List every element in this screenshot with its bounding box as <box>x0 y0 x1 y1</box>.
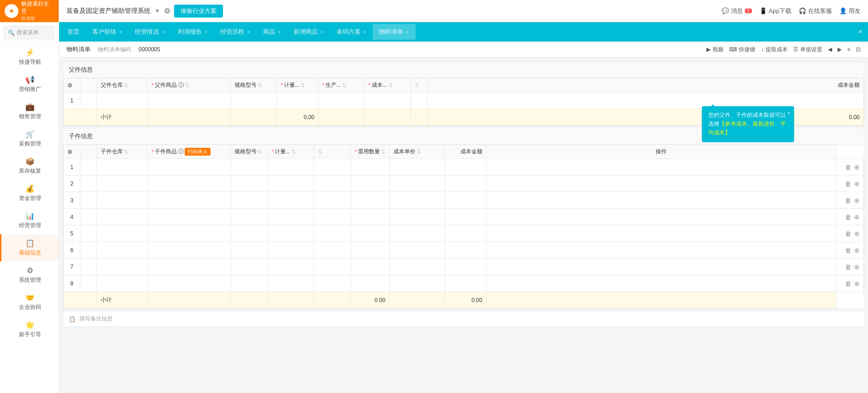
app-label: App下载 <box>769 7 791 15</box>
inventory-icon: 📦 <box>25 157 35 166</box>
child-section: 子件信息 ⚙ <box>63 128 864 309</box>
tab-new-goods[interactable]: 新增商品 × <box>287 24 330 40</box>
scan-badge[interactable]: 扫码录入 <box>185 148 211 156</box>
parent-col-unit: *计量...⇅ <box>277 79 319 92</box>
sidebar-item-sales[interactable]: 💼 销售管理 <box>0 98 59 125</box>
tab-new-goods-close[interactable]: × <box>320 29 323 35</box>
delete-row-button[interactable]: 🗑 <box>845 163 851 171</box>
message-badge: 5 <box>745 8 752 13</box>
brand-sub: 标准版 <box>21 15 54 22</box>
nav-next-button[interactable]: ▶ <box>838 46 842 53</box>
child-subtotal-row: 小计 0.00 0.00 <box>64 292 864 308</box>
copy-row-button[interactable]: ⊕ <box>854 247 860 254</box>
sidebar-item-purchase[interactable]: 🛒 采购管理 <box>0 125 59 152</box>
sidebar-item-guide[interactable]: 🌟 新手引导 <box>0 316 59 343</box>
child-col-settings[interactable]: ⚙ <box>64 145 80 159</box>
copy-row-button[interactable]: ⊕ <box>854 197 860 204</box>
search-menu-button[interactable]: 🔍 搜索菜单 <box>4 26 55 39</box>
sidebar-item-label: 采购管理 <box>19 140 41 148</box>
delete-row-button[interactable]: 🗑 <box>845 197 851 204</box>
settings-button[interactable]: ⚙ <box>164 6 170 15</box>
sidebar-item-collab[interactable]: 🤝 企业协同 <box>0 289 59 316</box>
tab-goods[interactable]: 商品 × <box>257 24 287 40</box>
sidebar-item-quick-nav[interactable]: ⚡ 快捷导航 <box>0 43 59 71</box>
tab-home[interactable]: 首页 <box>61 24 86 40</box>
marketing-icon: 📢 <box>25 75 35 84</box>
nav-prev-button[interactable]: ◀ <box>828 46 832 53</box>
tab-customer-label: 客户联络 <box>92 28 116 36</box>
sidebar-item-marketing[interactable]: 📢 营销推广 <box>0 71 59 98</box>
tab-operations[interactable]: 经营情况 × <box>128 24 171 40</box>
online-service-button[interactable]: 🎧 在线客服 <box>799 7 832 15</box>
brand-name: 畅捷通好生意 <box>21 0 54 15</box>
setting-icon: ☰ <box>793 46 798 53</box>
delete-row-button[interactable]: 🗑 <box>845 230 851 237</box>
copy-row-button[interactable]: ⊕ <box>854 163 860 171</box>
tab-customer-close[interactable]: × <box>119 29 122 35</box>
sidebar-item-label: 资金管理 <box>19 194 41 202</box>
tab-bom[interactable]: 物料清单 × <box>373 24 415 40</box>
tab-history[interactable]: 经营历程 × <box>214 24 256 40</box>
close-all-tabs-button[interactable]: × <box>855 26 866 38</box>
sidebar-item-system[interactable]: ⚙ 系统管理 <box>0 261 59 289</box>
content-area: 物料清单 物料清单编码 0000005 ▶ 视频 ⌨ 快捷键 ↓ 提取成本 ☰ <box>59 42 868 393</box>
sidebar-search[interactable]: 🔍 搜索菜单 <box>0 22 59 43</box>
view-video-button[interactable]: ▶ 视频 <box>706 46 723 54</box>
extract-cost-button[interactable]: ↓ 提取成本 <box>761 46 788 54</box>
user-avatar[interactable]: 👤 用友 <box>839 7 861 15</box>
tooltip-close-button[interactable]: × <box>787 109 790 118</box>
tab-profit[interactable]: 利润报告 × <box>171 24 214 40</box>
sidebar-item-operations[interactable]: 📊 经营管理 <box>0 207 59 234</box>
extract-icon: ↓ <box>761 46 764 53</box>
message-icon: 💬 <box>722 7 729 14</box>
tab-barcode[interactable]: 条码方案 × <box>330 24 373 40</box>
child-table-row: 1 🗑 ⊕ <box>64 159 864 175</box>
tab-bom-close[interactable]: × <box>406 29 409 35</box>
child-col-num <box>80 145 97 159</box>
tab-barcode-close[interactable]: × <box>363 29 366 35</box>
tooltip-text: 您的父件、子件的成本取值可以选择【参考成本、最新进价、平均成本】 <box>708 112 786 136</box>
child-table-row: 5 🗑 ⊕ <box>64 225 864 242</box>
quick-nav-icon: ⚡ <box>25 48 35 57</box>
app-download-button[interactable]: 📱 App下载 <box>760 7 791 15</box>
copy-row-button[interactable]: ⊕ <box>854 180 860 187</box>
tab-history-close[interactable]: × <box>247 29 250 35</box>
copy-row-button[interactable]: ⊕ <box>854 280 860 287</box>
delete-row-button[interactable]: 🗑 <box>845 263 851 271</box>
child-table-row: 3 🗑 ⊕ <box>64 192 864 209</box>
message-button[interactable]: 💬 消息 5 <box>722 7 752 15</box>
copy-row-button[interactable]: ⊕ <box>854 213 860 221</box>
delete-row-button[interactable]: 🗑 <box>845 247 851 254</box>
parent-col-settings[interactable]: ⚙ <box>64 79 80 92</box>
tab-customer[interactable]: 客户联络 × <box>86 24 128 40</box>
copy-row-button[interactable]: ⊕ <box>854 263 860 271</box>
tab-goods-close[interactable]: × <box>278 29 281 35</box>
parent-col-amount: 成本金额 <box>428 79 864 92</box>
tab-history-label: 经营历程 <box>220 28 244 36</box>
brand-icon: ✦ <box>5 4 18 18</box>
parent-col-production: *生产...⇅ <box>319 79 365 92</box>
child-table-row: 7 🗑 ⊕ <box>64 259 864 275</box>
delete-row-button[interactable]: 🗑 <box>845 280 851 287</box>
sidebar-item-finance[interactable]: 💰 资金管理 <box>0 180 59 207</box>
sidebar-item-label: 经营管理 <box>19 222 41 230</box>
search-icon: 🔍 <box>8 30 15 36</box>
system-select-button[interactable]: ▼ <box>154 7 160 14</box>
sidebar-item-label: 销售管理 <box>19 113 41 121</box>
shortcut-button[interactable]: ⌨ 快捷键 <box>729 46 755 54</box>
remark-label: 填写备注信息 <box>79 315 113 323</box>
tab-operations-close[interactable]: × <box>162 29 164 35</box>
delete-row-button[interactable]: 🗑 <box>845 180 851 187</box>
service-label: 在线客服 <box>808 7 832 15</box>
nav-list-button[interactable]: ≡ <box>847 46 850 53</box>
trial-button[interactable]: 体验行业方案 <box>174 5 223 18</box>
tab-bom-label: 物料清单 <box>379 28 403 36</box>
delete-row-button[interactable]: 🗑 <box>845 213 851 221</box>
sidebar: ✦ 畅捷通好生意 标准版 🔍 搜索菜单 ⚡ 快捷导航 📢 营销推广 💼 销售管理… <box>0 0 59 393</box>
expand-button[interactable]: ⊡ <box>856 46 861 53</box>
copy-row-button[interactable]: ⊕ <box>854 230 860 237</box>
tab-profit-close[interactable]: × <box>205 29 207 35</box>
single-setting-button[interactable]: ☰ 单据设置 <box>793 46 822 54</box>
sidebar-item-basic[interactable]: 📋 基础信息 <box>0 234 59 261</box>
sidebar-item-inventory[interactable]: 📦 库存核算 <box>0 152 59 180</box>
